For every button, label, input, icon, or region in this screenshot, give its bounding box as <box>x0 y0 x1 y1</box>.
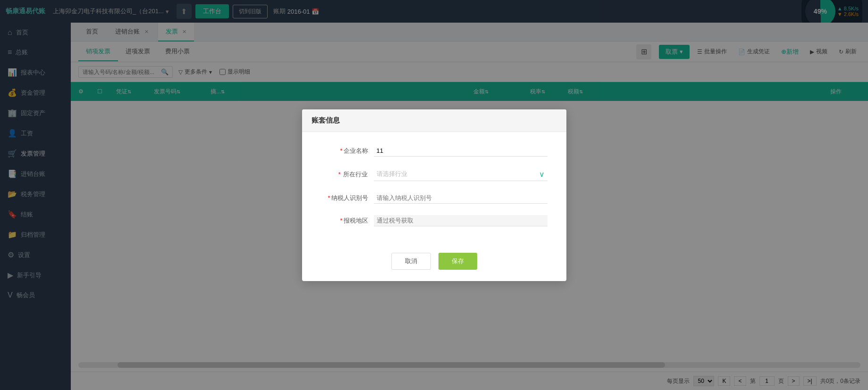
dialog-body: *企业名称 * 所在行业 请选择行业 ∨ *纳税人识别号 <box>302 132 566 247</box>
form-row-company-name: *企业名称 <box>321 145 548 157</box>
form-row-industry: * 所在行业 请选择行业 ∨ <box>321 168 548 181</box>
industry-placeholder: 请选择行业 <box>377 170 539 178</box>
tax-id-input[interactable] <box>374 192 548 204</box>
dialog-title: 账套信息 <box>312 116 340 124</box>
company-name-label: *企业名称 <box>321 147 368 155</box>
industry-label: * 所在行业 <box>321 170 368 179</box>
dialog-header: 账套信息 <box>302 109 566 132</box>
account-info-dialog: 账套信息 *企业名称 * 所在行业 请选择行业 ∨ <box>302 109 566 281</box>
dialog-footer: 取消 保存 <box>302 247 566 281</box>
industry-select[interactable]: 请选择行业 ∨ <box>374 168 548 181</box>
form-row-tax-region: *报税地区 <box>321 215 548 226</box>
tax-id-required: * <box>328 194 330 201</box>
save-button[interactable]: 保存 <box>438 253 477 270</box>
cancel-button[interactable]: 取消 <box>391 253 431 270</box>
company-name-required: * <box>340 147 342 154</box>
tax-id-label: *纳税人识别号 <box>321 194 368 202</box>
tax-region-required: * <box>340 217 342 224</box>
industry-required: * <box>338 171 341 178</box>
tax-region-label: *报税地区 <box>321 216 368 225</box>
dialog-overlay: 账套信息 *企业名称 * 所在行业 请选择行业 ∨ <box>0 0 868 390</box>
company-name-input[interactable] <box>374 145 548 157</box>
form-row-tax-id: *纳税人识别号 <box>321 192 548 204</box>
tax-region-input <box>374 215 548 226</box>
industry-dropdown-icon: ∨ <box>539 170 545 179</box>
